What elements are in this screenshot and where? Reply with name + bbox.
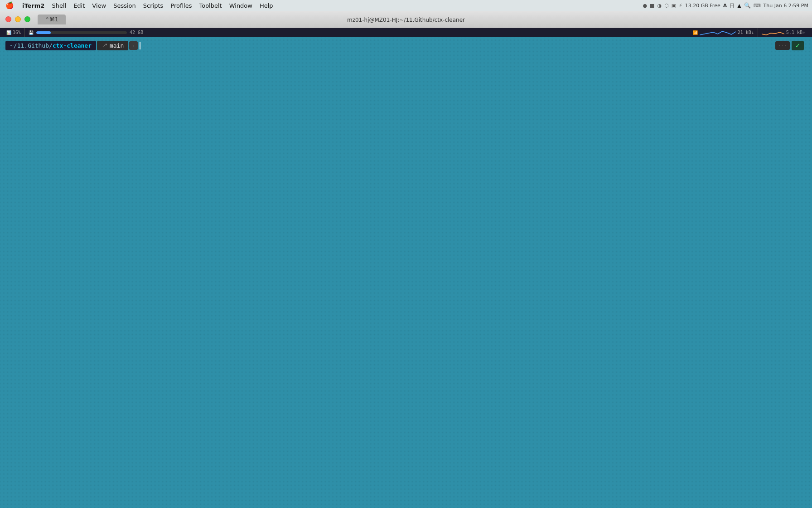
mem-progress-bar [36,31,127,34]
net-down-status: 📶 21 kB↓ [689,28,758,37]
status-bar: 📊 16% 💾 42 GB 📶 21 kB↓ 5.1 [0,28,812,37]
memory-status: 13.20 GB Free [685,3,720,9]
datetime: Thu Jan 6 2:59 PM [764,3,808,9]
iterm-icon: ◑ [657,3,662,9]
menubar: 🍎 iTerm2 Shell Edit View Session Scripts… [0,0,812,11]
net-icon: 📶 [693,30,698,35]
path-dir: ctx-cleaner [53,42,92,49]
net-up-status: 5.1 kB↑ [758,28,809,37]
power-icon: ⚡ [679,3,682,9]
git-icon: ⎇ [102,43,107,49]
prompt-separator: › [129,41,138,50]
cpu-icon: 📊 [6,30,11,35]
toolbelt-menu[interactable]: Toolbelt [195,2,225,10]
window-title-bar: mz01-hj@MZ01-HJ:~/11.Github/ctx-cleaner [347,15,465,24]
window-menu[interactable]: Window [226,2,256,10]
terminal-area[interactable]: ~/11.Github/ ctx-cleaner ⎇ main › ··· ✓ [0,37,812,508]
vpn-icon: ⬡ [664,3,669,9]
branch-name: main [110,42,124,49]
net-chart [700,29,736,36]
net-down-label: 21 kB↓ [738,30,754,35]
wifi-icon: ▲ [737,3,741,9]
iterm-window: ⌃⌘1 mz01-hj@MZ01-HJ:~/11.Github/ctx-clea… [0,11,812,508]
tab-shortcut: ⌃⌘1 [45,16,58,23]
maximize-button[interactable] [24,16,30,22]
prompt-dots: ··· [775,41,790,50]
profiles-menu[interactable]: Profiles [167,2,195,10]
kb-layout: A [723,3,727,9]
minimize-button[interactable] [15,16,21,22]
prompt-right-area: ··· ✓ [775,41,804,50]
success-checkmark: ✓ [792,41,804,50]
scripts-menu[interactable]: Scripts [140,2,167,10]
input-source: 日 [730,2,735,9]
terminal-cursor [140,42,140,49]
apple-menu[interactable]: 🍎 [4,1,19,10]
mem-icon: 💾 [29,30,34,35]
net-up-label: 5.1 kB↑ [786,30,805,35]
help-menu[interactable]: Help [256,2,277,10]
prompt-line: ~/11.Github/ ctx-cleaner ⎇ main › ··· ✓ [3,40,807,51]
window-title: mz01-hj@MZ01-HJ:~/11.Github/ctx-cleaner [347,17,465,23]
mem-progress-fill [36,31,51,34]
git-branch-segment: ⎇ main [97,41,128,50]
screen-record-icon: ■ [650,3,654,9]
active-tab[interactable]: ⌃⌘1 [38,15,66,24]
app-name-menu[interactable]: iTerm2 [19,2,48,10]
close-button[interactable] [5,16,11,22]
cpu-label: 16% [13,30,21,35]
session-menu[interactable]: Session [110,2,140,10]
mem-label: 42 GB [130,30,143,35]
traffic-lights [5,16,30,22]
memory-status: 💾 42 GB [25,28,147,37]
spotlight-icon: ⌨ [754,3,761,9]
path-prefix: ~/11.Github/ [10,42,53,49]
cpu-status: 📊 16% [3,28,25,37]
window-icon: ▣ [672,3,676,9]
net-up-chart [762,29,784,36]
view-menu[interactable]: View [88,2,110,10]
title-bar: ⌃⌘1 mz01-hj@MZ01-HJ:~/11.Github/ctx-clea… [0,11,812,28]
record-indicator: ● [643,3,647,9]
shell-menu[interactable]: Shell [48,2,70,10]
search-icon[interactable]: 🔍 [744,2,751,9]
prompt-path: ~/11.Github/ ctx-cleaner [5,41,96,50]
edit-menu[interactable]: Edit [70,2,88,10]
